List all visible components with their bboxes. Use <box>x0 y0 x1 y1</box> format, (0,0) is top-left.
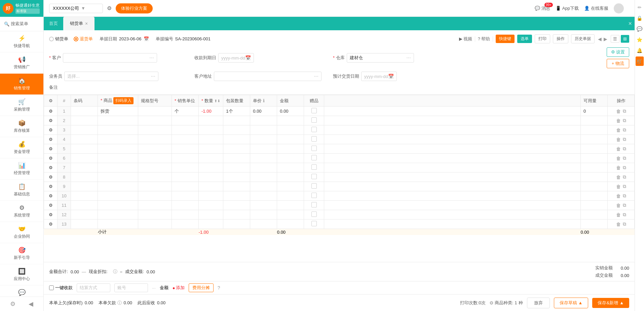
row-price-cell[interactable] <box>250 210 277 220</box>
tab-close-icon[interactable]: × <box>85 21 88 26</box>
row-unit-cell[interactable] <box>172 154 199 163</box>
row-settings-cell[interactable]: ⚙ <box>44 220 58 229</box>
row-barcode-cell[interactable] <box>71 210 98 220</box>
row-qty-cell[interactable]: -1.00 <box>199 107 223 116</box>
add-payment-button[interactable]: ● 添加 <box>173 285 185 291</box>
delete-icon[interactable]: 🗑 <box>616 127 621 133</box>
row-spec-cell[interactable] <box>138 135 172 144</box>
gift-checkbox[interactable] <box>311 221 317 226</box>
save-draft-button[interactable]: 保存草稿 ▲ <box>554 298 589 308</box>
salesperson-input[interactable]: 选择... ··· <box>64 72 158 81</box>
view-grid-button[interactable]: ⊞ <box>621 35 629 43</box>
row-spec-cell[interactable] <box>138 107 172 116</box>
one-click-payment-checkbox[interactable]: 一键收款 <box>49 285 73 291</box>
row-price-cell[interactable] <box>250 154 277 163</box>
select-button[interactable]: 选单 <box>517 35 532 43</box>
delete-icon[interactable]: 🗑 <box>616 193 621 199</box>
row-price-cell[interactable] <box>250 163 277 172</box>
row-spec-cell[interactable] <box>138 144 172 154</box>
row-unit-cell[interactable] <box>172 163 199 172</box>
sidebar-item-inventory[interactable]: 📦 库存核算 <box>0 116 43 137</box>
action-help[interactable]: ? 帮助 <box>478 36 490 42</box>
gift-checkbox[interactable] <box>311 127 317 132</box>
row-barcode-cell[interactable] <box>71 182 98 191</box>
sidebar-item-collab[interactable]: 🤝 企业协同 <box>0 222 43 243</box>
row-gift-cell[interactable] <box>304 144 324 154</box>
row-spec-cell[interactable] <box>138 125 172 135</box>
row-amount-cell[interactable] <box>277 135 304 144</box>
sidebar-item-wechat[interactable]: 💬 企业微信 <box>0 285 43 297</box>
row-barcode-cell[interactable] <box>71 144 98 154</box>
row-spec-cell[interactable] <box>138 163 172 172</box>
topbar-gear-icon[interactable]: ⚙ <box>107 5 112 11</box>
row-amount-cell[interactable] <box>277 201 304 210</box>
row-goods-cell[interactable] <box>98 163 138 172</box>
sidebar-item-app-center[interactable]: 🔲 应用中心 <box>0 264 43 285</box>
row-price-cell[interactable] <box>250 220 277 229</box>
row-amount-cell[interactable] <box>277 144 304 154</box>
rp-orange-action[interactable]: 🛒 <box>636 56 644 66</box>
copy-icon[interactable]: ⧉ <box>623 146 626 152</box>
discard-button[interactable]: 放弃 <box>527 298 550 308</box>
tab-sale-order[interactable]: 销货单 × <box>63 17 94 30</box>
warehouse-input[interactable]: 建材仓 ··· <box>347 53 414 63</box>
row-gift-cell[interactable] <box>304 172 324 182</box>
row-goods-cell[interactable] <box>98 154 138 163</box>
copy-icon[interactable]: ⧉ <box>623 174 626 180</box>
delete-icon[interactable]: 🗑 <box>616 137 621 142</box>
sidebar-item-finance[interactable]: 💰 资金管理 <box>0 137 43 158</box>
row-qty-cell[interactable] <box>199 210 223 220</box>
sidebar-item-marketing[interactable]: 📢 营销推广 <box>0 52 43 74</box>
row-qty-cell[interactable] <box>199 201 223 210</box>
delete-icon[interactable]: 🗑 <box>616 212 621 218</box>
row-barcode-cell[interactable] <box>71 116 98 125</box>
gift-checkbox[interactable] <box>311 183 317 189</box>
row-amount-cell[interactable] <box>277 116 304 125</box>
sidebar-item-purchase[interactable]: 🛒 采购管理 <box>0 95 43 116</box>
row-spec-cell[interactable] <box>138 116 172 125</box>
sidebar-collapse-icon[interactable]: ◀ <box>29 300 33 308</box>
gift-checkbox[interactable] <box>311 193 317 198</box>
row-price-cell[interactable]: 0.00 <box>250 107 277 116</box>
col-settings[interactable]: ⚙ <box>44 95 58 107</box>
row-barcode-cell[interactable] <box>71 201 98 210</box>
rp-edit[interactable]: ✏ <box>636 3 644 12</box>
row-pkgqty-cell[interactable] <box>223 210 250 220</box>
gift-checkbox[interactable] <box>311 155 317 160</box>
row-qty-cell[interactable] <box>199 135 223 144</box>
row-price-cell[interactable] <box>250 144 277 154</box>
row-settings-cell[interactable]: ⚙ <box>44 125 58 135</box>
row-unit-cell[interactable] <box>172 182 199 191</box>
rp-star[interactable]: ⭐ <box>636 35 644 44</box>
rp-bell[interactable]: 🔔 <box>636 46 644 55</box>
nav-next-button[interactable]: ▶ <box>603 36 608 42</box>
gift-checkbox[interactable] <box>311 174 317 179</box>
radio-sale-order[interactable]: 销货单 <box>49 36 68 42</box>
action-video[interactable]: ▶ 视频 <box>459 36 472 42</box>
row-gift-cell[interactable] <box>304 201 324 210</box>
customer-addr-input[interactable]: ··· <box>214 72 321 81</box>
row-gift-cell[interactable] <box>304 182 324 191</box>
sidebar-item-sales[interactable]: 🏠 销售管理 <box>0 74 43 95</box>
row-pkgqty-cell[interactable] <box>223 201 250 210</box>
row-gift-cell[interactable] <box>304 107 324 116</box>
row-settings-cell[interactable]: ⚙ <box>44 116 58 125</box>
copy-icon[interactable]: ⧉ <box>623 221 626 227</box>
row-price-cell[interactable] <box>250 182 277 191</box>
rp-comment[interactable]: 💬 <box>636 24 644 34</box>
row-pkgqty-cell[interactable] <box>223 144 250 154</box>
row-goods-cell[interactable] <box>98 116 138 125</box>
shortcut-button[interactable]: 快捷键 <box>496 35 515 43</box>
goods-type-selector[interactable]: ⊙ 商品种类: 1 种 <box>490 300 523 306</box>
row-barcode-cell[interactable] <box>71 191 98 201</box>
row-gift-cell[interactable] <box>304 154 324 163</box>
row-goods-cell[interactable] <box>98 191 138 201</box>
gift-checkbox[interactable] <box>311 211 317 217</box>
row-goods-cell[interactable]: 拆货 <box>98 107 138 116</box>
row-settings-cell[interactable]: ⚙ <box>44 154 58 163</box>
row-barcode-cell[interactable] <box>71 107 98 116</box>
row-gift-cell[interactable] <box>304 116 324 125</box>
row-qty-cell[interactable] <box>199 125 223 135</box>
row-gift-cell[interactable] <box>304 220 324 229</box>
row-unit-cell[interactable] <box>172 135 199 144</box>
